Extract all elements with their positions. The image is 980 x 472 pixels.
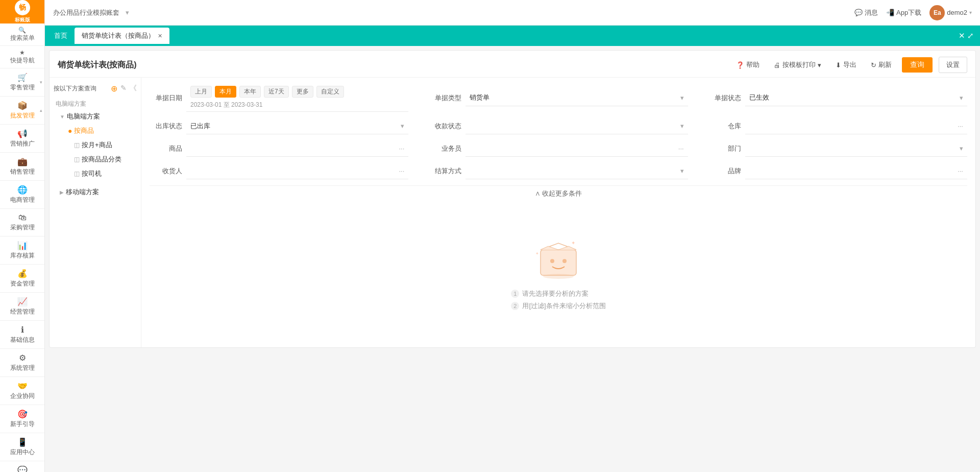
doc-status-chevron: ▾ <box>960 94 963 102</box>
label-department: 部门 <box>708 144 745 153</box>
sidebar-item-basic[interactable]: ℹ 基础信息 <box>0 321 44 349</box>
sidebar-item-ecommerce[interactable]: 🌐 电商管理 <box>0 181 44 209</box>
label-brand: 品牌 <box>708 167 745 176</box>
tab-close-icon[interactable]: ✕ <box>158 33 162 39</box>
topbar: 办公用品行业模拟账套 ▾ 💬 消息 📲 App下载 Ea demo2 ▾ <box>45 0 980 26</box>
svg-point-2 <box>562 259 567 263</box>
scheme-by-product-category[interactable]: ◫ 按商品品分类 <box>66 152 137 167</box>
user-avatar: Ea <box>929 5 945 20</box>
product-field[interactable]: ··· <box>186 140 408 157</box>
scheme-by-month-product[interactable]: ◫ 按月+商品 <box>66 138 137 152</box>
scheme-cashier-icon: ◫ <box>74 170 80 177</box>
outbound-status-value: 已出库 <box>190 122 210 131</box>
sidebar-item-purchase[interactable]: 🛍 采购管理 <box>0 209 44 237</box>
sidebar-item-system[interactable]: ⚙ 系统管理 <box>0 349 44 377</box>
system-dropdown-icon[interactable]: ▾ <box>126 9 129 16</box>
sidebar-item-guide[interactable]: 🎯 新手引导 <box>0 405 44 433</box>
date-picker-field[interactable]: 上月 本月 本年 近7天 更多 自定义 2023-03-01 至 2023-03… <box>186 84 408 112</box>
wholesale-icon: 📦 <box>17 101 28 110</box>
query-button[interactable]: 查询 <box>902 57 933 73</box>
sidebar-item-marketing[interactable]: 📢 营销推广 <box>0 125 44 153</box>
collapse-more-conditions[interactable]: ∧ 收起更多条件 <box>150 185 967 201</box>
label-salesperson: 业务员 <box>429 144 465 153</box>
btn-this-year[interactable]: 本年 <box>239 86 261 98</box>
tab-minimize-icon[interactable]: ✕ <box>959 31 965 40</box>
sidebar-item-finance[interactable]: 💰 资金管理 <box>0 265 44 293</box>
topbar-left: 办公用品行业模拟账套 ▾ <box>53 8 129 17</box>
refresh-button[interactable]: ↻ 刷新 <box>867 58 896 72</box>
logo-icon: 畅 <box>15 0 30 15</box>
brand-dots: ··· <box>958 167 963 175</box>
template-print-button[interactable]: 🖨 按模板打印 ▾ <box>770 58 825 72</box>
receiver-dots: ··· <box>399 167 404 175</box>
settings-button[interactable]: 设置 <box>939 57 967 73</box>
sidebar-item-enterprise[interactable]: 🤝 企业协同 <box>0 377 44 405</box>
btn-custom[interactable]: 自定义 <box>316 86 344 98</box>
scheme-month-icon: ◫ <box>74 141 80 149</box>
sidebar-item-inventory[interactable]: 📊 库存核算 <box>0 237 44 265</box>
filter-panel-header: 按以下方案查询 ⊕ ✎ 《 <box>54 84 137 93</box>
sidebar-item-wholesale[interactable]: 📦 批发管理 ▴ <box>0 97 44 125</box>
doc-type-field[interactable]: 销货单 ▾ <box>465 90 688 106</box>
tree-item-mobile[interactable]: ▶ 移动端方案 <box>58 185 137 199</box>
sidebar: 畅 标账版 🔍 搜索菜单 ★ 快捷导航 🛒 零售管理 ▾ 📦 批发管理 ▴ 📢 … <box>0 0 45 472</box>
empty-tip-2: 2 用[过滤]条件来缩小分析范围 <box>511 301 605 311</box>
help-button[interactable]: ❓ 帮助 <box>732 58 764 72</box>
scheme-category-icon: ◫ <box>74 156 80 163</box>
salesperson-field[interactable]: ··· <box>465 140 688 157</box>
department-field[interactable]: ▾ <box>745 140 967 157</box>
inventory-icon: 📊 <box>17 241 28 250</box>
help-icon: ❓ <box>736 61 744 69</box>
label-warehouse: 仓库 <box>708 122 745 131</box>
search-menu-item[interactable]: 🔍 搜索菜单 <box>0 23 44 46</box>
app-download-button[interactable]: 📲 App下载 <box>886 8 921 17</box>
label-date: 单据日期 <box>150 93 186 103</box>
payment-method-field[interactable]: ▾ <box>465 163 688 179</box>
warehouse-field[interactable]: ··· <box>745 118 967 134</box>
label-doc-type: 单据类型 <box>429 93 465 103</box>
collapse-panel-icon[interactable]: 《 <box>130 84 137 93</box>
sidebar-item-retail[interactable]: 🛒 零售管理 ▾ <box>0 68 44 97</box>
page-content: 销货单统计表(按商品) ❓ 帮助 🖨 按模板打印 ▾ ⬇ 导出 <box>45 46 980 472</box>
btn-more[interactable]: 更多 <box>292 86 313 98</box>
sidebar-item-appstore[interactable]: 📱 应用中心 <box>0 433 44 461</box>
outbound-status-field[interactable]: 已出库 ▾ <box>186 118 408 134</box>
label-product: 商品 <box>150 144 186 153</box>
add-scheme-icon[interactable]: ⊕ <box>111 84 117 93</box>
main-area: 办公用品行业模拟账套 ▾ 💬 消息 📲 App下载 Ea demo2 ▾ 首 <box>45 0 980 472</box>
scheme-by-product[interactable]: ● 按商品 <box>66 124 137 138</box>
svg-rect-0 <box>541 250 576 275</box>
doc-status-field[interactable]: 已生效 ▾ <box>745 90 967 106</box>
message-icon: 💬 <box>854 9 863 16</box>
pc-section-label: 电脑端方案 <box>54 98 137 109</box>
tree-item-expand[interactable]: ▼ 电脑端方案 <box>58 109 137 124</box>
btn-this-month[interactable]: 本月 <box>215 86 236 98</box>
message-button[interactable]: 💬 消息 <box>854 8 878 17</box>
filter-row-2: 出库状态 已出库 ▾ 收款状态 ▾ 仓库 ··· <box>150 118 967 134</box>
edit-scheme-icon[interactable]: ✎ <box>120 84 127 93</box>
user-menu[interactable]: Ea demo2 ▾ <box>929 5 972 20</box>
tab-home[interactable]: 首页 <box>47 28 75 44</box>
scheme-by-cashier[interactable]: ◫ 按司机 <box>66 167 137 181</box>
tab-expand-icon[interactable]: ⤢ <box>967 31 974 40</box>
btn-last-7-days[interactable]: 近7天 <box>264 86 289 98</box>
svg-point-1 <box>550 259 554 263</box>
tab-sales-stats[interactable]: 销货单统计表（按商品） ✕ <box>75 28 169 44</box>
payment-status-chevron: ▾ <box>680 122 684 130</box>
btn-last-month[interactable]: 上月 <box>190 86 212 98</box>
date-filter-buttons: 上月 本月 本年 近7天 更多 自定义 2023-03-01 至 2023-03… <box>190 86 404 109</box>
sidebar-item-operation[interactable]: 📈 经营管理 <box>0 293 44 321</box>
sidebar-item-wechat[interactable]: 💬 企业微信 <box>0 461 44 472</box>
user-name: demo2 <box>947 9 967 16</box>
payment-status-field[interactable]: ▾ <box>465 118 688 134</box>
export-button[interactable]: ⬇ 导出 <box>831 58 861 72</box>
quick-nav-item[interactable]: ★ 快捷导航 <box>0 46 44 68</box>
logo-area: 畅 标账版 <box>0 0 44 23</box>
sidebar-item-sales[interactable]: 💼 销售管理 <box>0 153 44 181</box>
wechat-icon: 💬 <box>17 465 28 472</box>
page-actions: ❓ 帮助 🖨 按模板打印 ▾ ⬇ 导出 ↻ 刷新 <box>732 57 967 73</box>
brand-field[interactable]: ··· <box>745 163 967 179</box>
receiver-field[interactable]: ··· <box>186 163 408 179</box>
star-icon: ★ <box>19 49 25 56</box>
purchase-icon: 🛍 <box>18 213 27 222</box>
